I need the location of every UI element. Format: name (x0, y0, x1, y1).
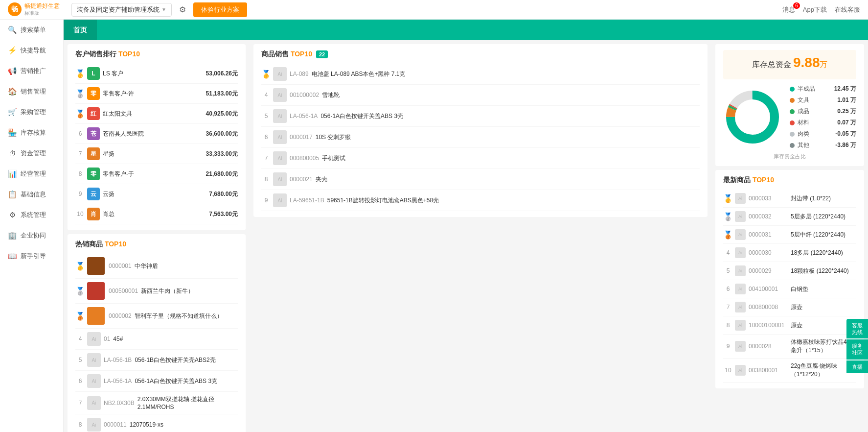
sidebar-item-sales[interactable]: 🏠 销售管理 (0, 81, 63, 102)
sidebar-item-inventory[interactable]: 🏪 库存核算 (0, 122, 63, 143)
notification-button[interactable]: 消息 6 (782, 5, 795, 14)
customer-rank-row-6: 8 零 零售客户-于 21,680.00元 (75, 164, 238, 184)
live-stream-button[interactable]: 直播 (846, 360, 868, 373)
sidebar-item-finance[interactable]: ⏱ 资金管理 (0, 143, 63, 164)
new-prod-icon-7: Ai (735, 302, 746, 312)
hot-prod-code-6: LA-056-1A (104, 378, 132, 384)
sidebar-label-quick-nav: 快捷导航 (21, 46, 46, 55)
hot-prod-name-8: 12070519-xs (130, 421, 238, 428)
settings-button[interactable]: ⚙ (176, 3, 189, 17)
legend-label-1: 半成品 (798, 85, 826, 93)
logo-sub: 标准版 (24, 10, 60, 17)
right-panel: 库存总资金 9.88万 (711, 40, 868, 432)
service-community-button[interactable]: 服务社区 (846, 339, 868, 360)
legend-item-3: 成品 0.25 万 (790, 106, 856, 117)
legend-dot-3 (790, 109, 795, 114)
hot-prod-code-1: 0000001 (109, 263, 132, 269)
customer-sales-title: 客户销售排行 TOP10 (75, 50, 238, 59)
rank-num-4: 6 (75, 130, 85, 137)
sidebar-item-system[interactable]: ⚙ 系统管理 (0, 205, 63, 225)
legend-val-6: -3.86 万 (829, 141, 856, 149)
navbar: 首页 (64, 20, 868, 40)
sidebar-item-enterprise[interactable]: 🏢 企业协同 (0, 225, 63, 246)
customer-rank-row-3: 红 红太阳文具 40,925.00元 (75, 104, 238, 124)
legend-val-1: 12.45 万 (829, 85, 856, 93)
new-prod-code-8: 10000100001 (749, 322, 788, 329)
hot-rank-8: 8 (75, 421, 85, 428)
customer-badge-6: 零 (87, 168, 100, 180)
legend-list: 半成品 12.45 万 文具 1.01 万 成品 0.25 万 (790, 83, 856, 151)
system-icon: ⚙ (8, 211, 17, 219)
new-prod-name-5: 18颗粒板 (1220*2440) (791, 267, 856, 275)
new-prod-row-1: Ai 0000033 封边带 (1.0*22) (723, 190, 856, 208)
legend-val-3: 0.25 万 (829, 107, 856, 116)
ps-name-4: 10S 变刺罗猴 (316, 133, 700, 142)
new-medal-2 (723, 212, 733, 221)
new-prod-row-8: 8 Ai 10000100001 原壶 (723, 316, 856, 335)
logo-area: 畅 畅捷通好生意 标准版 (8, 2, 71, 16)
customer-hotline-button[interactable]: 客服热线 (846, 319, 868, 339)
ps-name-3: 056-1A白色按键开关盖ABS 3壳 (320, 112, 700, 120)
customer-badge-2: 零 (87, 87, 100, 100)
new-medal-1 (723, 194, 733, 203)
sidebar-item-operation[interactable]: 📊 经营管理 (0, 164, 63, 184)
prod-sales-row-1: Ai LA-089 电池盖 LA-089 ABS本色+黑种 7.1克 (261, 64, 700, 85)
online-service-button[interactable]: 在线客服 (835, 5, 860, 14)
hot-prod-code-5: LA-056-1B (104, 357, 132, 363)
hot-medal-2 (75, 287, 85, 296)
ps-code-4: 0000017 (290, 134, 313, 141)
sidebar-label-sales: 销售管理 (21, 87, 46, 96)
legend-val-5: -0.05 万 (829, 130, 856, 138)
topbar-mid: 装备及固定资产辅助管理系统 ▼ ⚙ 体验行业方案 (71, 2, 782, 17)
new-prod-code-10: 003800001 (749, 367, 788, 374)
hot-rank-7: 7 (75, 400, 85, 407)
customer-name-6: 零售客户-于 (103, 170, 206, 178)
ps-rank-6: 8 (261, 176, 271, 183)
sidebar-item-search-menu[interactable]: 🔍 搜索菜单 (0, 20, 63, 40)
sidebar-item-guide[interactable]: 📖 新手引导 (0, 246, 63, 266)
inventory-icon: 🏪 (8, 128, 17, 137)
legend-item-5: 肉类 -0.05 万 (790, 128, 856, 140)
rank-num-8: 10 (75, 211, 85, 217)
legend-item-6: 其他 -3.86 万 (790, 140, 856, 151)
hot-prod-name-7: 2.0X30MM双搓花轴.搓花直径2.1MM/ROHS (137, 395, 238, 410)
inventory-card: 库存总资金 9.88万 (715, 44, 864, 166)
legend-dot-4 (790, 120, 795, 125)
hot-prod-img-1 (87, 257, 105, 275)
sidebar-label-purchase: 采购管理 (21, 108, 46, 117)
new-prod-code-1: 0000033 (749, 195, 788, 202)
ps-rank-7: 9 (261, 197, 271, 204)
customer-badge-1: L (87, 67, 100, 80)
customer-rank-row-4: 6 苍 苍南县人民医院 36,600.00元 (75, 124, 238, 144)
hot-prod-row-7: 7 Ai NB2.0X30B 2.0X30MM双搓花轴.搓花直径2.1MM/RO… (75, 392, 238, 414)
new-prod-icon-3: Ai (735, 229, 746, 240)
customer-badge-8: 肖 (87, 208, 100, 220)
customer-badge-5: 星 (87, 147, 100, 160)
new-prod-row-3: Ai 0000031 5层中纤 (1220*2440) (723, 226, 856, 244)
customer-name-1: LS 客户 (103, 70, 206, 78)
logo-text: 畅捷通好生意 (24, 2, 60, 9)
sidebar-item-quick-nav[interactable]: ⚡ 快捷导航 (0, 40, 63, 61)
new-prod-icon-6: Ai (735, 284, 746, 294)
hot-prod-name-6: 056-1A白色按键开关盖ABS 3克 (135, 377, 238, 385)
trial-button[interactable]: 体验行业方案 (193, 2, 247, 17)
new-prod-icon-2: Ai (735, 211, 746, 222)
app-download-button[interactable]: App下载 (803, 5, 827, 14)
ps-name-2: 雪地靴 (322, 91, 700, 99)
sidebar-item-base-info[interactable]: 📋 基础信息 (0, 184, 63, 205)
sidebar-label-inventory: 库存核算 (21, 128, 46, 137)
new-rank-8: 8 (723, 322, 733, 329)
sales-icon: 🏠 (8, 87, 17, 96)
sidebar-item-purchase[interactable]: 🛒 采购管理 (0, 102, 63, 122)
customer-badge-3: 红 (87, 107, 100, 120)
system-selector[interactable]: 装备及固定资产辅助管理系统 ▼ (71, 3, 172, 17)
new-products-title: 最新商品 TOP10 (723, 176, 856, 185)
tab-home[interactable]: 首页 (64, 20, 97, 40)
new-prod-icon-10: Ai (735, 365, 746, 376)
prod-sales-row-4: 6 Ai 0000017 10S 变刺罗猴 (261, 127, 700, 148)
system-name: 装备及固定资产辅助管理系统 (77, 5, 160, 14)
sidebar-item-marketing[interactable]: 📢 营销推广 (0, 61, 63, 81)
hot-products-title: 热销商品 TOP10 (75, 240, 238, 249)
legend-dot-5 (790, 132, 795, 137)
new-prod-code-4: 0000030 (749, 249, 788, 256)
